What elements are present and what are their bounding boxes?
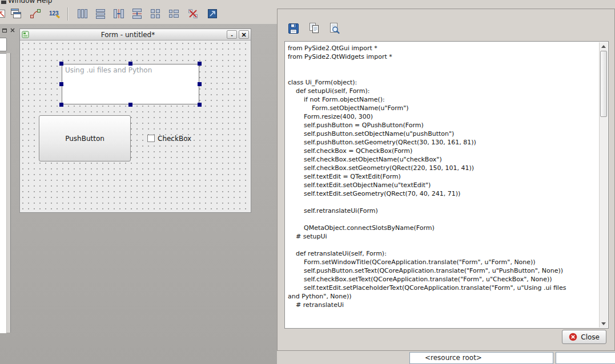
layout-grid-icon xyxy=(149,7,162,20)
adjust-size-button[interactable] xyxy=(204,6,220,22)
splitter-vertical-icon xyxy=(131,7,143,20)
code-line: # retranslateUi xyxy=(288,301,598,309)
code-line: from PySide2.QtGui import * xyxy=(288,44,598,52)
scrollbar-down-arrow[interactable] xyxy=(600,319,608,327)
code-line: self.textEdit.setGeometry(QRect(70, 40, … xyxy=(288,189,598,198)
code-line: self.textEdit = QTextEdit(Form) xyxy=(288,172,598,181)
selection-handle-nw[interactable] xyxy=(59,62,63,66)
code-line: self.pushButton = QPushButton(Form) xyxy=(288,121,598,130)
selection-handle-sw[interactable] xyxy=(59,103,63,107)
layout-vertical-icon xyxy=(94,7,107,20)
splitter-horizontal-button[interactable] xyxy=(111,6,127,22)
checkbox-label: CheckBox xyxy=(158,135,191,143)
splitter-vertical-button[interactable] xyxy=(129,6,145,22)
edit-signals-slots-icon xyxy=(29,7,42,20)
float-icon xyxy=(1,27,8,34)
close-icon xyxy=(569,333,577,341)
code-line xyxy=(288,215,598,224)
code-line xyxy=(288,198,598,207)
break-layout-button[interactable] xyxy=(185,6,201,22)
code-line: and Python", None)) xyxy=(288,292,598,301)
textedit-widget[interactable]: Using .ui files and Python xyxy=(62,64,199,104)
code-line: QMetaObject.connectSlotsByName(Form) xyxy=(288,224,598,232)
edit-widgets-icon xyxy=(10,7,22,20)
layout-horizontal-icon xyxy=(76,7,89,20)
find-code-button[interactable] xyxy=(327,21,343,37)
code-line: self.textEdit.setObjectName(u"textEdit") xyxy=(288,181,598,189)
edit-tab-order-icon: 123 xyxy=(49,7,61,20)
copy-icon xyxy=(307,22,321,35)
code-line: self.checkBox.setObjectName(u"checkBox") xyxy=(288,155,598,164)
scrollbar-thumb[interactable] xyxy=(600,51,607,117)
resource-browser: <resource root> xyxy=(409,352,553,364)
code-line: self.pushButton.setText(QCoreApplication… xyxy=(288,266,598,275)
code-line xyxy=(288,61,598,70)
layout-horizontal-button[interactable] xyxy=(74,6,90,22)
layout-vertical-button[interactable] xyxy=(93,6,108,22)
code-line xyxy=(288,241,598,249)
code-line: class Ui_Form(object): xyxy=(288,78,598,87)
break-layout-icon xyxy=(187,7,199,20)
qt-designer-window: Window Help 1 xyxy=(0,0,615,364)
widgetbox-filter-sliver[interactable] xyxy=(0,38,7,51)
code-viewer-toolbar xyxy=(286,21,343,37)
close-button-label: Close xyxy=(581,333,600,341)
close-dialog-button[interactable]: Close xyxy=(562,330,606,344)
code-line: self.pushButton.setGeometry(QRect(30, 13… xyxy=(288,138,598,147)
pushbutton-widget[interactable]: PushButton xyxy=(39,115,131,161)
code-line: Form.setObjectName(u"Form") xyxy=(288,104,598,112)
layout-form-icon xyxy=(167,7,180,20)
cropped-tool-icon xyxy=(0,7,7,20)
selection-handle-n[interactable] xyxy=(128,62,132,66)
code-line: from PySide2.QtWidgets import * xyxy=(288,52,598,61)
designer-form-window: Form - untitled* - ✕ Using .ui files and… xyxy=(19,29,251,213)
edit-widgets-button[interactable] xyxy=(8,6,24,22)
splitter-horizontal-icon xyxy=(112,7,125,20)
widgetbox-scrollbar[interactable] xyxy=(6,53,11,333)
dock-float-button[interactable] xyxy=(1,26,9,34)
code-viewer-dialog: from PySide2.QtGui import *from PySide2.… xyxy=(277,9,615,351)
edit-signals-slots-button[interactable] xyxy=(27,6,43,22)
code-line: Form.resize(400, 300) xyxy=(288,112,598,121)
selection-handle-w[interactable] xyxy=(59,82,63,86)
selection-handle-e[interactable] xyxy=(198,82,202,86)
menu-bar: Window Help xyxy=(0,0,615,5)
resource-root-item[interactable]: <resource root> xyxy=(410,353,553,363)
adjust-size-icon xyxy=(206,7,219,20)
code-line: def retranslateUi(self, Form): xyxy=(288,249,598,258)
save-icon xyxy=(287,22,300,35)
checkbox-indicator xyxy=(147,135,155,142)
form-window-icon xyxy=(22,31,29,38)
code-line: self.textEdit.setPlaceholderText(QCoreAp… xyxy=(288,284,598,292)
save-code-button[interactable] xyxy=(286,21,302,37)
form-canvas[interactable]: Using .ui files and Python PushButton Ch… xyxy=(22,41,250,212)
code-line: self.checkBox.setText(QCoreApplication.t… xyxy=(288,275,598,284)
cropped-menu-fragment xyxy=(1,1,6,4)
widgetbox-list-sliver xyxy=(0,53,6,333)
edit-tab-order-button[interactable]: 123 xyxy=(47,6,63,22)
selection-handle-s[interactable] xyxy=(128,103,132,107)
layout-grid-button[interactable] xyxy=(147,6,163,22)
textedit-placeholder: Using .ui files and Python xyxy=(65,66,152,74)
code-line: def setupUi(self, Form): xyxy=(288,87,598,95)
form-titlebar[interactable]: Form - untitled* - ✕ xyxy=(20,29,251,41)
selection-handle-se[interactable] xyxy=(198,103,202,107)
checkbox-widget[interactable]: CheckBox xyxy=(147,127,205,150)
code-line: self.checkBox = QCheckBox(Form) xyxy=(288,147,598,155)
form-minimize-button[interactable]: - xyxy=(227,30,237,39)
dock-close-button[interactable] xyxy=(9,26,17,34)
layout-form-button[interactable] xyxy=(166,6,182,22)
form-close-button[interactable]: ✕ xyxy=(239,30,249,39)
code-line: self.retranslateUi(Form) xyxy=(288,207,598,215)
toolbar-separator xyxy=(67,7,69,21)
selection-handle-ne[interactable] xyxy=(198,62,202,66)
code-line: self.checkBox.setGeometry(QRect(220, 150… xyxy=(288,164,598,172)
scrollbar-up-arrow[interactable] xyxy=(600,42,608,50)
resource-side-panel xyxy=(556,352,615,364)
copy-code-button[interactable] xyxy=(306,21,322,37)
code-area[interactable]: from PySide2.QtGui import *from PySide2.… xyxy=(284,41,609,329)
code-scrollbar[interactable] xyxy=(599,42,608,327)
menu-window[interactable]: Window xyxy=(8,0,35,5)
menu-help[interactable]: Help xyxy=(37,0,52,5)
code-line xyxy=(288,70,598,78)
